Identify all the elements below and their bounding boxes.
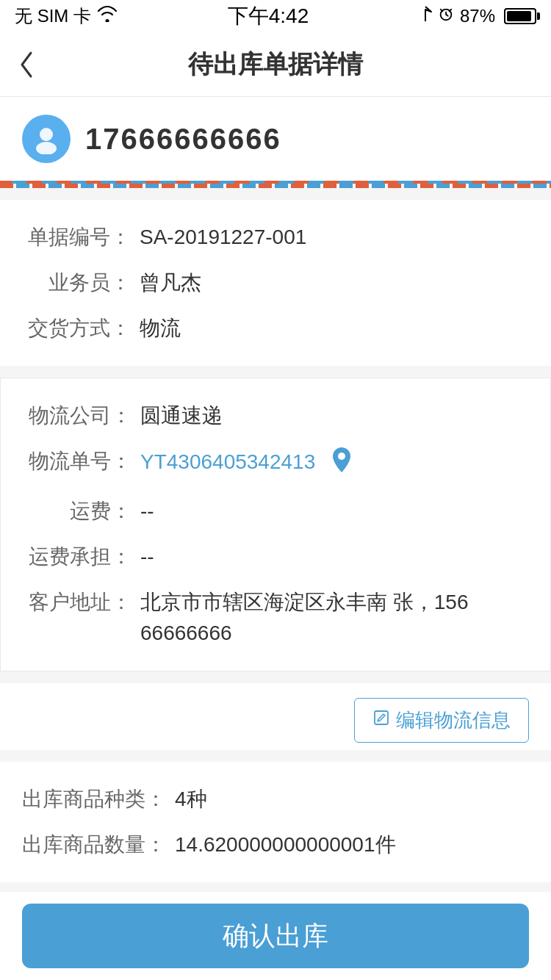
status-bar: 无 SIM 卡 下午4:42 87%	[0, 0, 551, 32]
salesperson-value: 曾凡杰	[140, 267, 529, 298]
location-status-icon	[419, 6, 432, 26]
logistics-company-row: 物流公司： 圆通速递	[23, 400, 528, 431]
alarm-icon	[438, 6, 454, 26]
svg-point-2	[36, 142, 57, 154]
delivery-row: 交货方式： 物流	[22, 313, 529, 344]
confirm-button[interactable]: 确认出库	[22, 904, 529, 968]
logistics-company-value: 圆通速递	[140, 400, 528, 431]
page-title: 待出库单据详情	[188, 48, 363, 82]
product-type-value: 4种	[175, 784, 529, 815]
back-button[interactable]	[18, 50, 35, 79]
product-type-row: 出库商品种类： 4种	[22, 784, 529, 815]
address-value: 北京市市辖区海淀区永丰南 张，156 66666666	[140, 587, 528, 649]
status-right: 87%	[419, 6, 536, 26]
delivery-label: 交货方式：	[22, 313, 140, 344]
wifi-icon	[97, 6, 118, 26]
dashed-divider	[0, 184, 551, 188]
confirm-btn-container: 确认出库	[0, 892, 551, 980]
section-divider	[0, 750, 551, 762]
content-area: 17666666666 单据编号： SA-20191227-001 业务员： 曾…	[0, 97, 551, 980]
salesperson-label: 业务员：	[22, 267, 140, 298]
freight-payer-row: 运费承担： --	[23, 541, 528, 572]
edit-logistics-row: 编辑物流信息	[0, 683, 551, 750]
doc-number-value: SA-20191227-001	[140, 222, 529, 253]
product-quantity-value: 14.620000000000001件	[175, 829, 529, 860]
battery-percent: 87%	[460, 6, 495, 26]
map-pin-icon[interactable]	[330, 446, 353, 481]
document-info-section: 单据编号： SA-20191227-001 业务员： 曾凡杰 交货方式： 物流	[0, 200, 551, 366]
tracking-value: YT4306405342413	[140, 446, 528, 481]
edit-logistics-button[interactable]: 编辑物流信息	[354, 698, 529, 743]
svg-rect-4	[375, 711, 388, 724]
svg-point-1	[40, 128, 53, 141]
status-time: 下午4:42	[228, 2, 309, 30]
freight-payer-label: 运费承担：	[23, 541, 140, 572]
freight-row: 运费： --	[23, 496, 528, 527]
address-row: 客户地址： 北京市市辖区海淀区永丰南 张，156 66666666	[23, 587, 528, 649]
product-type-label: 出库商品种类：	[22, 784, 175, 815]
avatar	[22, 115, 71, 163]
status-left: 无 SIM 卡	[15, 4, 118, 28]
product-quantity-label: 出库商品数量：	[22, 829, 175, 860]
product-quantity-row: 出库商品数量： 14.620000000000001件	[22, 829, 529, 860]
tracking-label: 物流单号：	[23, 446, 140, 477]
delivery-value: 物流	[140, 313, 529, 344]
logistics-section: 物流公司： 圆通速递 物流单号： YT4306405342413 运费： -- …	[0, 378, 551, 671]
battery-icon	[504, 8, 536, 24]
product-section: 出库商品种类： 4种 出库商品数量： 14.620000000000001件	[0, 762, 551, 882]
salesperson-row: 业务员： 曾凡杰	[22, 267, 529, 298]
edit-icon	[372, 709, 390, 732]
freight-value: --	[140, 496, 528, 527]
doc-number-row: 单据编号： SA-20191227-001	[22, 222, 529, 253]
user-card: 17666666666	[0, 97, 551, 184]
tracking-row: 物流单号： YT4306405342413	[23, 446, 528, 481]
user-phone: 17666666666	[85, 123, 281, 156]
logistics-company-label: 物流公司：	[23, 400, 140, 431]
svg-point-3	[338, 453, 345, 460]
freight-payer-value: --	[140, 541, 528, 572]
carrier-text: 无 SIM 卡	[15, 4, 91, 28]
edit-logistics-label: 编辑物流信息	[396, 707, 511, 733]
nav-bar: 待出库单据详情	[0, 32, 551, 97]
address-label: 客户地址：	[23, 587, 140, 618]
freight-label: 运费：	[23, 496, 140, 527]
doc-number-label: 单据编号：	[22, 222, 140, 253]
